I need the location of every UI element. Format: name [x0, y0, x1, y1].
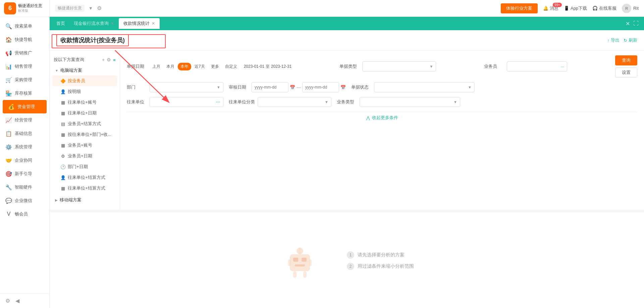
empty-state-area: 1 请先选择要分析的方案 2 用过滤条件来缩小分析范围 [50, 212, 644, 308]
sidebar-item-label: 企业协同 [15, 157, 32, 163]
unit-label: 往来单位 [127, 99, 147, 105]
filter-tree-group-desktop-header[interactable]: ▼ 电脑端方案 [52, 65, 117, 75]
review-date-from-input[interactable] [252, 82, 288, 92]
date-filter-group: 单据日期 上月 本月 本年 近7天 更多 自定义 2023-01-01 至 20… [127, 63, 291, 70]
sidebar-item-enterprise[interactable]: 🤝 企业协同 [0, 154, 49, 167]
filter-item-dept-date[interactable]: 🕐 部门+日期 [52, 161, 117, 172]
filter-item-by-detail[interactable]: 👤 按明细 [52, 86, 117, 97]
date-tab-custom[interactable]: 自定义 [222, 63, 240, 70]
sidebar-item-operations[interactable]: 📈 经营管理 [0, 113, 49, 127]
collapse-icon: ⋀ [366, 115, 370, 120]
sidebar-item-quick-nav[interactable]: 🏠 快捷导航 [0, 33, 49, 46]
salesman-item-label: 按业务员 [68, 78, 85, 84]
review-date-to-input[interactable] [302, 82, 339, 92]
sidebar-item-wechat[interactable]: 💬 企业微信 [0, 194, 49, 207]
filter-item-salesman-account[interactable]: ▦ 业务员+账号 [52, 140, 117, 151]
sidebar-item-marketing[interactable]: 📢 营销推广 [0, 46, 49, 60]
filter-item-unit-settle1[interactable]: 👤 往来单位+结算方式 [52, 172, 117, 183]
date-tab-last-month[interactable]: 上月 [150, 63, 163, 70]
date-separator: 至 [266, 64, 270, 69]
message-button[interactable]: 🔔 消息 99+ [543, 5, 558, 11]
unit-dept-recv-label: 按往来单位+部门+收... [68, 132, 111, 138]
unit-settle2-label: 往来单位+结算方式 [68, 185, 105, 191]
bank-flow-tab-close[interactable]: ✕ [111, 21, 114, 26]
filter-item-salesman-settle[interactable]: ▤ 业务员+结算方式 [52, 118, 117, 129]
sidebar-bottom: ⚙ ◀ [0, 293, 49, 308]
trial-button[interactable]: 体验行业方案 [501, 3, 538, 13]
tab-home[interactable]: 首页 [52, 18, 69, 29]
unit-more-icon[interactable]: ··· [216, 99, 220, 105]
date-tab-last-7-days[interactable]: 近7天 [192, 63, 208, 70]
export-button[interactable]: ↑ 导出 [607, 37, 620, 43]
date-tab-this-year[interactable]: 本年 [178, 63, 191, 70]
salesman-account-label: 业务员+账号 [68, 142, 92, 148]
query-button[interactable]: 查询 [615, 55, 637, 65]
date-tab-this-month[interactable]: 本月 [164, 63, 177, 70]
more-options-icon[interactable]: ··· [560, 64, 564, 69]
page-header-actions: ↑ 导出 ↻ 刷新 [607, 37, 638, 43]
biz-type-select[interactable]: ▼ [360, 97, 460, 107]
close-all-icon[interactable]: ✕ [626, 20, 630, 27]
filter-row-2: 部门 ▼ 审核日期 📅 — 📅 [127, 82, 637, 92]
customer-service-button[interactable]: 🎧 在线客服 [592, 5, 616, 11]
filter-item-salesman-date[interactable]: ⚙ 业务员+日期 [52, 151, 117, 161]
sidebar-item-sales[interactable]: 📊 销售管理 [0, 60, 49, 73]
filter-item-unit-dept-recv[interactable]: ▦ 按往来单位+部门+收... [52, 129, 117, 140]
add-scheme-icon[interactable]: + [102, 57, 105, 62]
filter-tree: ▼ 电脑端方案 🔶 按业务员 👤 按明细 ▦ 往来单位+账号 [50, 65, 120, 205]
wechat-icon: 💬 [5, 197, 12, 204]
review-date-filter: 审核日期 📅 — 📅 [229, 82, 346, 92]
user-name: Rit [633, 6, 639, 11]
filter-item-by-salesman[interactable]: 🔶 按业务员 [52, 75, 117, 86]
sidebar-item-inventory[interactable]: 🏪 库存核算 [0, 87, 49, 100]
sidebar-item-label: 资金管理 [17, 104, 35, 110]
sidebar-item-system[interactable]: ⚙️ 系统管理 [0, 140, 49, 154]
app-download-button[interactable]: 📱 App下载 [564, 5, 587, 11]
sidebar-collapse-icon[interactable]: ◀ [15, 298, 19, 304]
unit-account-label: 往来单位+账号 [68, 99, 97, 105]
salesman-date-icon: ⚙ [60, 153, 66, 159]
salesman-select[interactable]: ··· [507, 61, 567, 71]
calendar-from-icon[interactable]: 📅 [290, 85, 295, 90]
set-button[interactable]: 设置 [615, 67, 637, 78]
biz-type-label: 业务类型 [337, 99, 357, 105]
sidebar-item-hardware[interactable]: 🔧 智能硬件 [0, 181, 49, 194]
sidebar-item-purchase[interactable]: 🛒 采购管理 [0, 73, 49, 87]
filter-tree-group-mobile-header[interactable]: ▶ 移动端方案 [52, 195, 117, 205]
user-avatar[interactable]: R Rit [622, 4, 639, 13]
sidebar-item-member[interactable]: V 畅会员 [0, 207, 49, 221]
step-2-text: 用过滤条件来缩小分析范围 [358, 263, 414, 269]
doc-status-select[interactable]: ▼ [374, 82, 475, 92]
receipt-stats-tab-close[interactable]: ✕ [152, 21, 155, 26]
sidebar-item-basic-info[interactable]: 📋 基础信息 [0, 127, 49, 140]
filter-item-unit-settle2[interactable]: ▦ 往来单位+结算方式 [52, 183, 117, 194]
scheme-settings-icon[interactable]: ⚙ [107, 57, 111, 62]
maximize-icon[interactable]: ⛶ [633, 20, 639, 27]
dropdown-icon[interactable]: ▼ [89, 6, 93, 11]
filter-item-unit-account[interactable]: ▦ 往来单位+账号 [52, 97, 117, 108]
doc-type-select[interactable]: ▼ [362, 61, 436, 71]
salesman-date-label: 业务员+日期 [68, 153, 92, 159]
collapse-more-conditions[interactable]: ⋀ 收起更多条件 [127, 112, 637, 123]
app-download-label: App下载 [571, 5, 587, 11]
unit-category-select[interactable]: ▼ [258, 97, 331, 107]
date-tab-more[interactable]: 更多 [208, 63, 222, 70]
collapse-sidebar-icon[interactable]: « [113, 57, 116, 62]
dept-arrow: ▼ [217, 85, 220, 89]
enterprise-icon: 🤝 [5, 157, 12, 164]
sidebar-item-finance[interactable]: 💰 资金管理 [3, 100, 47, 113]
sidebar-item-search[interactable]: 🔍 搜索菜单 [0, 19, 49, 33]
dept-select[interactable]: ▼ [150, 82, 223, 92]
tab-bank-flow[interactable]: 现金银行流水查询 ✕ [69, 18, 119, 29]
sidebar-item-label: 快捷导航 [15, 37, 32, 43]
sidebar-item-label: 库存核算 [15, 90, 32, 96]
refresh-button[interactable]: ↻ 刷新 [624, 37, 637, 43]
calendar-to-icon[interactable]: 📅 [340, 85, 346, 90]
sidebar-item-guide[interactable]: 🎯 新手引导 [0, 167, 49, 181]
settings-icon[interactable]: ⚙ [97, 5, 102, 11]
member-icon: V [5, 211, 12, 217]
sidebar-settings-icon[interactable]: ⚙ [5, 298, 10, 304]
filter-item-unit-date[interactable]: ▦ 往来单位+日期 [52, 108, 117, 118]
unit-select[interactable]: ··· [150, 97, 223, 107]
tab-receipt-stats[interactable]: 收款情况统计 ✕ [119, 18, 160, 29]
